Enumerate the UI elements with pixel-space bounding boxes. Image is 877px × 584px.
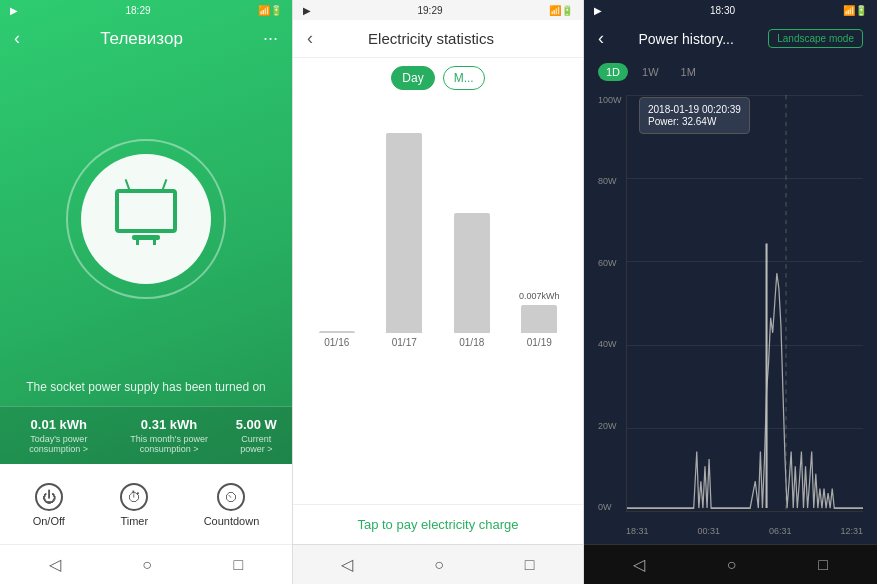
bottom-nav-tv: ⏻ On/Off ⏱ Timer ⏲ Countdown (0, 464, 292, 544)
recents-sys-elec[interactable]: □ (515, 554, 545, 576)
status-icons-power: 📶🔋 (843, 5, 867, 16)
y-0w: 0W (598, 502, 622, 512)
stat-today[interactable]: 0.01 kWh Today's power consumption > (8, 417, 110, 454)
home-sys-elec[interactable]: ○ (424, 554, 454, 576)
bar-0119: 0.007kWh 01/19 (510, 291, 570, 348)
panel-tv: ▶ 18:29 📶🔋 ‹ Телевизор ··· (0, 0, 292, 584)
status-bar-elec: ▶ 19:29 📶🔋 (293, 0, 583, 20)
status-time-power: 18:30 (710, 5, 735, 16)
elec-title: Electricity statistics (368, 30, 494, 47)
bar-label-0119: 0.007kWh (519, 291, 560, 301)
tv-leg-left (136, 240, 139, 245)
grid-80w (627, 178, 863, 179)
timer-icon: ⏱ (120, 483, 148, 511)
status-left-tv: ▶ (10, 5, 18, 16)
power-graph-svg (627, 95, 863, 511)
bar-rect-0118[interactable] (454, 213, 490, 333)
y-40w: 40W (598, 339, 622, 349)
tab-day[interactable]: Day (391, 66, 434, 90)
tv-screen (115, 189, 177, 233)
bar-0117: 01/17 (375, 129, 435, 348)
tv-antenna-right (161, 179, 168, 193)
tab-1w[interactable]: 1W (634, 63, 667, 81)
tab-1d[interactable]: 1D (598, 63, 628, 81)
nav-onoff[interactable]: ⏻ On/Off (33, 483, 65, 527)
home-sys-power[interactable]: ○ (717, 554, 747, 576)
top-nav-power: ‹ Power history... Landscape mode (584, 20, 877, 57)
back-sys-tv[interactable]: ◁ (39, 553, 71, 576)
bar-rect-0116[interactable] (319, 331, 355, 333)
bar-rect-0119[interactable] (521, 305, 557, 333)
circle-inner[interactable] (81, 154, 211, 284)
stat-current-value: 5.00 W (229, 417, 284, 432)
grid-100w (627, 95, 863, 96)
stat-month-value: 0.31 kWh (110, 417, 229, 432)
x-0031: 00:31 (697, 526, 720, 536)
top-nav-elec: ‹ Electricity statistics (293, 20, 583, 58)
x-0631: 06:31 (769, 526, 792, 536)
stat-today-label: Today's power consumption > (8, 434, 110, 454)
status-left-power: ▶ (594, 5, 602, 16)
nav-countdown-label: Countdown (204, 515, 260, 527)
grid-40w (627, 345, 863, 346)
tap-to-pay[interactable]: Tap to pay electricity charge (293, 504, 583, 544)
y-80w: 80W (598, 176, 622, 186)
elec-tab-row: Day M... (293, 58, 583, 98)
bar-rect-0117[interactable] (386, 133, 422, 333)
tv-legs (136, 240, 156, 245)
tv-icon (111, 189, 181, 249)
panel-electricity: ▶ 19:29 📶🔋 ‹ Electricity statistics Day … (292, 0, 584, 584)
top-nav-tv: ‹ Телевизор ··· (0, 20, 292, 57)
bar-date-0118: 01/18 (459, 337, 484, 348)
stat-current[interactable]: 5.00 W Current power > (229, 417, 284, 454)
system-nav-elec: ◁ ○ □ (293, 544, 583, 584)
status-icons-elec: 📶🔋 (549, 5, 573, 16)
circle-outer (66, 139, 226, 299)
tooltip-power: Power: 32.64W (648, 116, 741, 127)
device-title: Телевизор (100, 29, 183, 49)
back-button-power[interactable]: ‹ (598, 28, 604, 49)
bar-date-0116: 01/16 (324, 337, 349, 348)
tab-1m[interactable]: 1M (673, 63, 704, 81)
nav-countdown[interactable]: ⏲ Countdown (204, 483, 260, 527)
more-button-tv[interactable]: ··· (263, 28, 278, 49)
home-sys-tv[interactable]: ○ (132, 554, 162, 576)
x-1231: 12:31 (840, 526, 863, 536)
recents-sys-tv[interactable]: □ (224, 554, 254, 576)
tv-leg-right (153, 240, 156, 245)
stats-row: 0.01 kWh Today's power consumption > 0.3… (0, 406, 292, 464)
nav-onoff-label: On/Off (33, 515, 65, 527)
y-axis-labels: 100W 80W 60W 40W 20W 0W (598, 95, 622, 512)
stat-month[interactable]: 0.31 kWh This month's power consumption … (110, 417, 229, 454)
status-time-elec: 19:29 (417, 5, 442, 16)
back-button-tv[interactable]: ‹ (14, 28, 20, 49)
device-circle-area (0, 57, 292, 380)
grid-60w (627, 261, 863, 262)
y-100w: 100W (598, 95, 622, 105)
tooltip-date: 2018-01-19 00:20:39 (648, 104, 741, 115)
time-range-tabs: 1D 1W 1M (584, 57, 877, 87)
stat-month-label: This month's power consumption > (110, 434, 229, 454)
status-left-elec: ▶ (303, 5, 311, 16)
bar-date-0119: 01/19 (527, 337, 552, 348)
nav-timer[interactable]: ⏱ Timer (120, 483, 148, 527)
power-title: Power history... (638, 31, 733, 47)
back-button-elec[interactable]: ‹ (307, 28, 313, 49)
tv-antenna-left (125, 179, 132, 193)
bar-chart: 01/16 01/17 01/18 0.007kWh 01/19 (307, 108, 569, 368)
landscape-mode-button[interactable]: Landscape mode (768, 29, 863, 48)
x-1831: 18:31 (626, 526, 649, 536)
back-sys-elec[interactable]: ◁ (331, 553, 363, 576)
system-nav-tv: ◁ ○ □ (0, 544, 292, 584)
onoff-icon: ⏻ (35, 483, 63, 511)
y-20w: 20W (598, 421, 622, 431)
bar-date-0117: 01/17 (392, 337, 417, 348)
bar-chart-area: 01/16 01/17 01/18 0.007kWh 01/19 (293, 98, 583, 504)
status-icons-tv: 📶🔋 (258, 5, 282, 16)
status-bar-tv: ▶ 18:29 📶🔋 (0, 0, 292, 20)
tab-month[interactable]: M... (443, 66, 485, 90)
panel-power: ▶ 18:30 📶🔋 ‹ Power history... Landscape … (584, 0, 877, 584)
recents-sys-power[interactable]: □ (808, 554, 838, 576)
bar-0118: 01/18 (442, 209, 502, 348)
back-sys-power[interactable]: ◁ (623, 553, 655, 576)
